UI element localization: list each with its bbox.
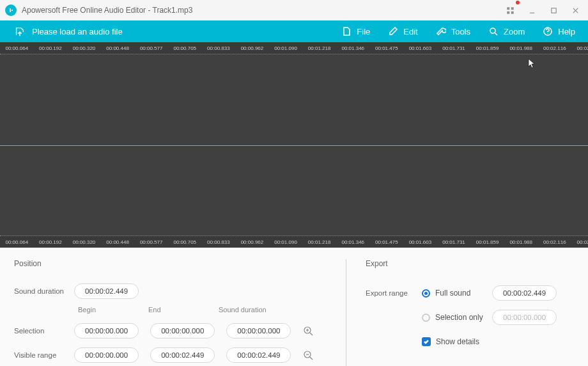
help-menu[interactable]: Help (534, 26, 584, 36)
ruler-tick: 00:01.988 (504, 239, 538, 245)
ruler-tick: 00:01.731 (437, 239, 471, 245)
begin-header: Begin (74, 306, 133, 320)
ruler-tick: 00:00.064 (0, 45, 34, 51)
ruler-tick: 00:01.346 (336, 239, 370, 245)
waveform-area[interactable] (0, 54, 588, 235)
upload-icon (14, 26, 26, 37)
load-label: Please load an audio file (32, 27, 123, 36)
selection-end-field[interactable]: 00:00:00.000 (150, 323, 215, 338)
file-icon (341, 26, 352, 36)
main-toolbar: Please load an audio file File Edit Tool… (0, 20, 588, 42)
ruler-tick: 00:01.859 (470, 45, 504, 51)
pencil-icon (388, 26, 398, 36)
selection-only-time-field: 00:00:00.000 (492, 310, 557, 325)
export-range-label: Export range (366, 289, 422, 297)
selection-dur-field[interactable]: 00:00:00.000 (226, 323, 291, 338)
window-title: Apowersoft Free Online Audio Editor - Tr… (22, 6, 502, 15)
load-audio-button[interactable]: Please load an audio file (4, 26, 133, 37)
wrench-icon (436, 26, 446, 36)
ruler-tick: 00:00.962 (235, 239, 269, 245)
selection-label: Selection (14, 327, 74, 335)
info-panel: Position Sound duration 00:00:02.449 Beg… (0, 248, 588, 366)
svg-rect-5 (551, 8, 555, 12)
ruler-tick: 00:01.603 (403, 239, 437, 245)
ruler-tick: 00:01.603 (403, 45, 437, 51)
titlebar: Apowersoft Free Online Audio Editor - Tr… (0, 0, 588, 20)
selection-only-radio[interactable]: Selection only (422, 313, 492, 322)
selection-begin-field[interactable]: 00:00:00.000 (74, 323, 139, 338)
visible-dur-field[interactable]: 00:00:02.449 (226, 347, 291, 363)
minimize-button[interactable] (524, 3, 539, 18)
full-sound-time-field[interactable]: 00:00:02.449 (492, 285, 557, 301)
svg-rect-1 (511, 7, 513, 9)
ruler-tick: 00:00.320 (67, 239, 101, 245)
svg-point-8 (490, 28, 495, 33)
visible-begin-field[interactable]: 00:00:00.000 (74, 347, 139, 363)
cursor-icon (528, 58, 536, 70)
ruler-tick: 00:02.116 (538, 45, 572, 51)
svg-line-9 (495, 33, 497, 35)
zoom-menu[interactable]: Zoom (479, 26, 534, 36)
svg-line-16 (310, 357, 313, 360)
maximize-button[interactable] (546, 3, 561, 18)
ruler-tick: 00:02.244 (571, 239, 588, 245)
ruler-tick: 00:02.116 (538, 239, 572, 245)
ruler-tick: 00:00.962 (235, 45, 269, 51)
position-panel: Position Sound duration 00:00:02.449 Beg… (14, 259, 346, 366)
svg-rect-2 (507, 12, 509, 13)
end-header: End (144, 306, 203, 320)
app-icon (5, 4, 17, 16)
checkbox-checked-icon (422, 337, 431, 346)
ruler-tick: 00:01.475 (370, 45, 404, 51)
ruler-tick: 00:00.705 (168, 45, 202, 51)
ruler-tick: 00:01.090 (269, 239, 303, 245)
ruler-tick: 00:01.859 (470, 239, 504, 245)
timeline-ruler-top[interactable]: 00:00.06400:00.19200:00.32000:00.44800:0… (0, 42, 588, 54)
visible-end-field[interactable]: 00:00:02.449 (150, 347, 215, 363)
export-panel: Export Export range Full sound 00:00:02.… (346, 259, 574, 366)
svg-rect-0 (507, 7, 509, 9)
ruler-tick: 00:00.448 (101, 239, 135, 245)
ruler-tick: 00:01.218 (302, 45, 336, 51)
tools-menu[interactable]: Tools (427, 26, 479, 36)
ruler-tick: 00:01.090 (269, 45, 303, 51)
sound-duration-field[interactable]: 00:00:02.449 (74, 283, 139, 299)
ruler-tick: 00:00.705 (168, 239, 202, 245)
export-title: Export (366, 259, 574, 268)
ruler-tick: 00:01.731 (437, 45, 471, 51)
ruler-tick: 00:01.475 (370, 239, 404, 245)
svg-rect-3 (511, 12, 513, 13)
ruler-tick: 00:00.192 (34, 45, 68, 51)
ruler-tick: 00:00.448 (101, 45, 135, 51)
radio-checked-icon (422, 289, 430, 298)
zoom-icon (488, 26, 499, 36)
waveform-centerline (0, 145, 588, 146)
zoom-out-icon[interactable] (302, 349, 314, 361)
svg-line-12 (310, 333, 313, 335)
ruler-tick: 00:01.218 (302, 239, 336, 245)
close-button[interactable] (568, 3, 583, 18)
ruler-tick: 00:00.577 (134, 239, 168, 245)
ruler-tick: 00:00.192 (34, 239, 68, 245)
help-icon (543, 26, 553, 36)
zoom-in-icon[interactable] (302, 325, 314, 337)
ruler-tick: 00:00.833 (202, 239, 236, 245)
ruler-tick: 00:01.346 (336, 45, 370, 51)
ruler-tick: 00:01.988 (504, 45, 538, 51)
visible-range-label: Visible range (14, 351, 74, 359)
show-details-checkbox[interactable]: Show details (422, 337, 479, 346)
dur-header: Sound duration (215, 306, 281, 320)
ruler-tick: 00:00.577 (134, 45, 168, 51)
ruler-tick: 00:00.320 (67, 45, 101, 51)
sound-duration-label: Sound duration (14, 287, 74, 295)
ruler-tick: 00:00.833 (202, 45, 236, 51)
apps-icon[interactable] (502, 3, 518, 18)
edit-menu[interactable]: Edit (379, 26, 426, 36)
radio-unchecked-icon (422, 314, 430, 322)
ruler-tick: 00:02.244 (571, 45, 588, 51)
file-menu[interactable]: File (332, 26, 379, 36)
full-sound-radio[interactable]: Full sound (422, 289, 492, 298)
ruler-tick: 00:00.064 (0, 239, 34, 245)
position-title: Position (14, 259, 334, 268)
timeline-ruler-bottom[interactable]: 00:00.06400:00.19200:00.32000:00.44800:0… (0, 235, 588, 248)
